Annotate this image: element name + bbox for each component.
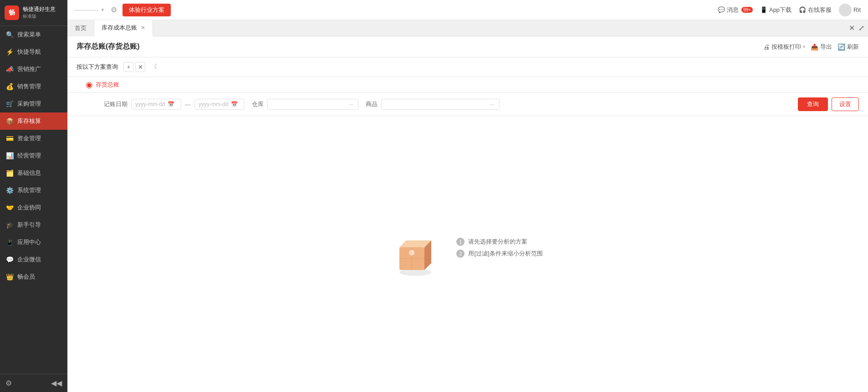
headset-icon: 🎧 (799, 6, 806, 13)
date-start-placeholder: yyyy-mm-dd (135, 101, 165, 107)
page-title: 库存总账(存货总账) (77, 42, 140, 51)
tab-home[interactable]: 首页 (67, 20, 94, 36)
marketing-icon: 📣 (5, 65, 14, 73)
message-badge: 99+ (741, 7, 753, 13)
sidebar-item-operations[interactable]: 📊 经营管理 (0, 147, 67, 164)
avatar (839, 4, 852, 16)
sidebar-item-basic[interactable]: 🗂️ 基础信息 (0, 164, 67, 182)
messages-btn[interactable]: 💬 消息 99+ (718, 6, 753, 14)
trial-btn[interactable]: 体验行业方案 (123, 4, 171, 16)
tab-panel-close-icon[interactable]: ✕ (849, 24, 855, 32)
sidebar-item-app-center[interactable]: 📱 应用中心 (0, 234, 67, 251)
sidebar-item-inventory[interactable]: 📦 库存核算 (0, 112, 67, 130)
tip-text-1: 请先选择要分析的方案 (468, 238, 527, 246)
filter-actions: 查询 设置 (798, 97, 859, 111)
warehouse-filter-group: 仓库 ··· (252, 99, 358, 110)
box-svg: ! (393, 227, 438, 277)
topbar-left: ———— ▾ ⚙ 体验行业方案 (75, 4, 718, 16)
guide-icon: 🎓 (5, 221, 14, 229)
tab-close-icon[interactable]: ✕ (141, 25, 145, 31)
topbar-right: 💬 消息 99+ 📱 App下载 🎧 在线客服 Rit (718, 4, 861, 16)
query-btn[interactable]: 查询 (798, 97, 828, 111)
sidebar-item-search[interactable]: 🔍 搜索菜单 (0, 26, 67, 43)
goods-more-icon[interactable]: ··· (490, 101, 495, 107)
svg-text:!: ! (410, 251, 411, 255)
filter-label: 按以下方案查询 (77, 63, 118, 71)
filter-collapse-icon[interactable]: 《 (151, 63, 157, 71)
goods-filter-group: 商品 ··· (366, 99, 500, 110)
delete-scheme-btn[interactable]: ✕ (135, 62, 145, 72)
online-service-btn[interactable]: 🎧 在线客服 (799, 6, 832, 14)
empty-box-illustration: ! (393, 227, 438, 272)
calendar-start-icon[interactable]: 📅 (168, 101, 174, 107)
settings-icon[interactable]: ⚙ (5, 379, 12, 387)
finance-icon: 💳 (5, 134, 14, 143)
sidebar-item-system[interactable]: ⚙️ 系统管理 (0, 182, 67, 199)
date-start-input[interactable]: yyyy-mm-dd 📅 (131, 99, 181, 110)
date-end-input[interactable]: yyyy-mm-dd 📅 (194, 99, 245, 110)
empty-state: ! 1 请先选择要分析的方案 2 用[过滤]条件来缩小分析范围 (67, 116, 868, 392)
svg-point-7 (409, 250, 414, 255)
sidebar-item-purchase[interactable]: 🛒 采购管理 (0, 95, 67, 112)
app-logo-text: 畅捷通好生意 标准版 (23, 6, 56, 20)
tab-cost-ledger[interactable]: 库存成本总账 ✕ (94, 20, 153, 36)
sidebar-item-guide[interactable]: 🎓 新手引导 (0, 216, 67, 234)
user-info[interactable]: Rit (839, 4, 861, 16)
sidebar-nav: 🔍 搜索菜单 ⚡ 快捷导航 📣 营销推广 💰 销售管理 🛒 采购管理 📦 库存核… (0, 26, 67, 374)
refresh-btn[interactable]: 🔄 刷新 (837, 43, 859, 51)
inventory-icon: 📦 (5, 117, 14, 125)
phone-icon: 📱 (760, 6, 767, 13)
topbar: ———— ▾ ⚙ 体验行业方案 💬 消息 99+ 📱 App下载 🎧 在线客服 (67, 0, 868, 20)
sidebar-item-member[interactable]: 👑 畅会员 (0, 268, 67, 285)
filter-row: 记账日期 yyyy-mm-dd 📅 — yyyy-mm-dd 📅 仓库 ··· (67, 93, 868, 116)
collapse-icon[interactable]: ◀◀ (51, 379, 62, 387)
sidebar-item-finance[interactable]: 💳 资金管理 (0, 130, 67, 147)
set-btn[interactable]: 设置 (832, 97, 859, 111)
sidebar: 畅 畅捷通好生意 标准版 🔍 搜索菜单 ⚡ 快捷导航 📣 营销推广 💰 销售管理… (0, 0, 67, 392)
sidebar-item-wechat[interactable]: 💬 企业微信 (0, 251, 67, 268)
page-header: 库存总账(存货总账) 🖨 按模板打印 ▾ 📤 导出 🔄 刷新 (67, 36, 868, 57)
calendar-end-icon[interactable]: 📅 (231, 101, 238, 107)
export-icon: 📤 (811, 43, 818, 51)
app-download-btn[interactable]: 📱 App下载 (760, 6, 791, 14)
message-icon: 💬 (718, 6, 725, 13)
sidebar-item-quick-nav[interactable]: ⚡ 快捷导航 (0, 43, 67, 61)
empty-tips: 1 请先选择要分析的方案 2 用[过滤]条件来缩小分析范围 (456, 238, 542, 261)
goods-input[interactable]: ··· (381, 99, 500, 110)
scheme-circle-icon: ◉ (86, 80, 93, 90)
main-area: ———— ▾ ⚙ 体验行业方案 💬 消息 99+ 📱 App下载 🎧 在线客服 (67, 0, 868, 392)
tip-text-2: 用[过滤]条件来缩小分析范围 (468, 249, 542, 258)
tabs-bar: 首页 库存成本总账 ✕ ✕ ⤢ (67, 20, 868, 36)
filter-icons: ＋ ✕ (123, 62, 145, 72)
print-dropdown-icon[interactable]: ▾ (803, 44, 805, 49)
sidebar-item-sales[interactable]: 💰 销售管理 (0, 78, 67, 95)
cooperation-icon: 🤝 (5, 204, 14, 212)
date-end-placeholder: yyyy-mm-dd (199, 101, 228, 107)
tip-num-2: 2 (456, 249, 465, 258)
sidebar-item-marketing[interactable]: 📣 营销推广 (0, 61, 67, 78)
scheme-label: 存货总账 (96, 81, 119, 89)
empty-tip-2: 2 用[过滤]条件来缩小分析范围 (456, 249, 542, 258)
date-filter-group: 记账日期 yyyy-mm-dd 📅 — yyyy-mm-dd 📅 (104, 99, 245, 110)
sidebar-footer: ⚙ ◀◀ (0, 374, 67, 392)
breadcrumb-arrow: ▾ (101, 6, 104, 13)
add-scheme-btn[interactable]: ＋ (123, 62, 133, 72)
print-btn[interactable]: 🖨 按模板打印 ▾ (763, 43, 805, 51)
topbar-settings-icon[interactable]: ⚙ (111, 5, 117, 14)
content-area: 库存总账(存货总账) 🖨 按模板打印 ▾ 📤 导出 🔄 刷新 按以下方案查 (67, 36, 868, 392)
sidebar-item-cooperation[interactable]: 🤝 企业协同 (0, 199, 67, 216)
page-actions: 🖨 按模板打印 ▾ 📤 导出 🔄 刷新 (763, 43, 859, 51)
member-icon: 👑 (5, 273, 14, 281)
scheme-item[interactable]: ◉ 存货总账 (86, 80, 119, 90)
quick-nav-icon: ⚡ (5, 48, 14, 56)
scheme-filter: ◉ 存货总账 (67, 77, 868, 93)
app-logo-icon: 畅 (5, 5, 19, 20)
tab-expand-icon[interactable]: ⤢ (858, 24, 864, 32)
export-btn[interactable]: 📤 导出 (811, 43, 832, 51)
date-label: 记账日期 (104, 100, 128, 108)
warehouse-input[interactable]: ··· (267, 99, 358, 110)
wechat-icon: 💬 (5, 255, 14, 264)
print-icon: 🖨 (763, 43, 770, 51)
empty-tip-1: 1 请先选择要分析的方案 (456, 238, 542, 246)
warehouse-more-icon[interactable]: ··· (349, 101, 353, 107)
